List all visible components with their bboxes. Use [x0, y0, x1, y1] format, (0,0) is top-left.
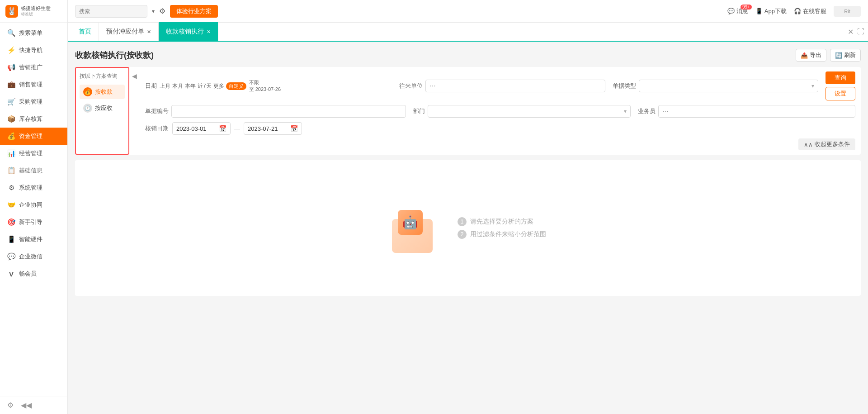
- tab-prepay-label: 预付冲应付单: [106, 28, 144, 36]
- nav-item-marketing[interactable]: 📢 营销推广: [0, 59, 67, 76]
- empty-hint-1: 1 请先选择要分析的方案: [458, 217, 546, 226]
- nav-label-inventory: 库存核算: [19, 115, 42, 123]
- online-service-button[interactable]: 🎧 在线客服: [794, 7, 826, 15]
- user-avatar[interactable]: Rit: [834, 6, 861, 17]
- date-shortcuts-wrap: 上月 本月 本年 近7天 更多 自定义: [160, 82, 246, 90]
- query-actions: 查询 设置: [826, 71, 855, 100]
- filter-scheme-selector: 按以下方案查询 💰 按收款 🕐 按应收: [75, 67, 129, 155]
- app-logo: 🐰 畅捷通好生意 标准版: [0, 0, 67, 23]
- purchase-nav-icon: 🛒: [7, 98, 15, 106]
- user-name: Rit: [844, 9, 850, 14]
- service-label: 在线客服: [803, 7, 826, 15]
- nav-item-inventory[interactable]: 📦 库存核算: [0, 110, 67, 128]
- solution-button[interactable]: 体验行业方案: [170, 5, 218, 18]
- docno-input[interactable]: [171, 105, 406, 118]
- date-shortcut-7days[interactable]: 近7天: [198, 82, 212, 90]
- empty-state: 🤖 1 请先选择要分析的方案 2 用过滤条件来缩小分析范围: [75, 160, 861, 296]
- nav-label-quick: 快捷导航: [19, 46, 42, 54]
- member-nav-icon: V: [7, 270, 15, 278]
- finance-nav-icon: 💰: [7, 132, 15, 140]
- date-shortcut-last-month[interactable]: 上月: [160, 82, 170, 90]
- wechat-nav-icon: 💬: [7, 252, 15, 261]
- tab-prepay[interactable]: 预付冲应付单 ✕: [99, 22, 159, 41]
- date-custom-badge[interactable]: 自定义: [226, 82, 246, 90]
- salesman-input[interactable]: ···: [658, 105, 855, 118]
- verify-date-start-cal-icon[interactable]: 📅: [219, 125, 226, 132]
- verify-date-end-wrap[interactable]: 📅: [244, 122, 302, 135]
- filter-counterpart-cell: 往来单位 ···: [399, 80, 605, 92]
- date-range-separator: —: [234, 125, 240, 132]
- message-badge: 99+: [741, 5, 752, 10]
- collapse-more-icon: ∧∧: [804, 141, 813, 148]
- nav-label-operation: 经营管理: [19, 149, 42, 157]
- topbar-search-input[interactable]: [75, 5, 147, 18]
- logo-text-wrap: 畅捷通好生意 标准版: [21, 5, 51, 17]
- counterpart-ellipsis-icon: ···: [429, 82, 435, 90]
- nav-item-basic[interactable]: 📋 基础信息: [0, 162, 67, 179]
- dept-select[interactable]: ▾: [428, 105, 631, 118]
- date-shortcut-this-year[interactable]: 本年: [185, 82, 196, 90]
- topbar-right: 💬 消息 99+ 📱 App下载 🎧 在线客服 Rit: [727, 6, 861, 17]
- filter-date-cell: 日期 上月 本月 本年 近7天 更多 自定义 不限 至: [145, 79, 392, 93]
- query-button[interactable]: 查询: [826, 71, 855, 84]
- collab-nav-icon: 🤝: [7, 201, 15, 209]
- logo-icon: 🐰: [5, 5, 18, 18]
- main-area: ▾ ⚙ 体验行业方案 💬 消息 99+ 📱 App下载 🎧 在线客服 Rit: [68, 0, 868, 414]
- nav-item-sales[interactable]: 💼 销售管理: [0, 76, 67, 93]
- hint-1-text: 请先选择要分析的方案: [470, 218, 533, 226]
- doctype-select[interactable]: ▾: [639, 80, 818, 92]
- refresh-button[interactable]: 🔄 刷新: [830, 49, 861, 62]
- app-label: App下载: [764, 7, 787, 15]
- sales-nav-icon: 💼: [7, 81, 15, 89]
- collapse-sidebar-icon[interactable]: ◀◀: [21, 401, 32, 409]
- collapse-more-button[interactable]: ∧∧ 收起更多条件: [798, 138, 855, 150]
- verify-date-end-input[interactable]: [248, 125, 288, 132]
- page-header: 收款核销执行(按收款) 📤 导出 🔄 刷新: [75, 49, 861, 62]
- system-nav-icon: ⚙: [7, 184, 15, 192]
- nav-item-finance[interactable]: 💰 资金管理: [0, 128, 67, 145]
- message-button[interactable]: 💬 消息 99+: [727, 7, 748, 15]
- nav-item-operation[interactable]: 📊 经营管理: [0, 145, 67, 162]
- verify-date-label: 核销日期: [145, 124, 169, 133]
- filter-option-by-receipt[interactable]: 💰 按收款: [80, 85, 125, 99]
- export-icon: 📤: [801, 52, 808, 59]
- filter-salesman-cell: 业务员 ···: [638, 105, 855, 118]
- tab-home[interactable]: 首页: [71, 22, 99, 41]
- verify-date-end-cal-icon[interactable]: 📅: [290, 125, 298, 132]
- nav-item-system[interactable]: ⚙ 系统管理: [0, 179, 67, 196]
- tabbar: 首页 预付冲应付单 ✕ 收款核销执行 ✕ ✕ ⛶: [68, 23, 868, 42]
- export-button[interactable]: 📤 导出: [796, 49, 826, 62]
- tab-receipt-verify[interactable]: 收款核销执行 ✕: [159, 22, 218, 41]
- app-download-button[interactable]: 📱 App下载: [755, 7, 787, 15]
- nav-item-hardware[interactable]: 📱 智能硬件: [0, 231, 67, 248]
- settings-footer-icon[interactable]: ⚙: [7, 401, 14, 409]
- tabbar-actions: ✕ ⛶: [848, 28, 864, 36]
- nav-item-quick[interactable]: ⚡ 快捷导航: [0, 42, 67, 59]
- verify-date-start-input[interactable]: [176, 125, 217, 132]
- nav-item-purchase[interactable]: 🛒 采购管理: [0, 93, 67, 110]
- empty-state-inner: 🤖 1 请先选择要分析的方案 2 用过滤条件来缩小分析范围: [390, 203, 546, 253]
- nav-item-member[interactable]: V 畅会员: [0, 265, 67, 282]
- maximize-tab-icon[interactable]: ⛶: [857, 28, 864, 36]
- topbar-gear-icon[interactable]: ⚙: [159, 7, 165, 15]
- close-tab-icon[interactable]: ✕: [848, 28, 854, 36]
- nav-item-collab[interactable]: 🤝 企业协同: [0, 196, 67, 214]
- topbar-dropdown-icon[interactable]: ▾: [152, 8, 155, 14]
- export-label: 导出: [810, 51, 821, 59]
- filter-option-by-receivable[interactable]: 🕐 按应收: [80, 101, 125, 115]
- settings-button[interactable]: 设置: [826, 87, 855, 100]
- sidebar-footer: ⚙ ◀◀: [0, 396, 67, 414]
- collapse-filter-button[interactable]: ◀: [129, 67, 140, 155]
- app-badge: 标准版: [21, 11, 51, 17]
- counterpart-input[interactable]: ···: [425, 80, 605, 92]
- tab-receipt-verify-close[interactable]: ✕: [207, 29, 211, 35]
- nav-item-search[interactable]: 🔍 搜索菜单: [0, 24, 67, 42]
- empty-hint-2: 2 用过滤条件来缩小分析范围: [458, 230, 546, 239]
- tab-prepay-close[interactable]: ✕: [147, 29, 151, 35]
- nav-item-wechat[interactable]: 💬 企业微信: [0, 248, 67, 265]
- nav-label-collab: 企业协同: [19, 201, 42, 209]
- nav-item-guide[interactable]: 🎯 新手引导: [0, 214, 67, 231]
- date-shortcut-more[interactable]: 更多: [213, 82, 224, 90]
- verify-date-start-wrap[interactable]: 📅: [172, 122, 231, 135]
- date-shortcut-this-month[interactable]: 本月: [172, 82, 183, 90]
